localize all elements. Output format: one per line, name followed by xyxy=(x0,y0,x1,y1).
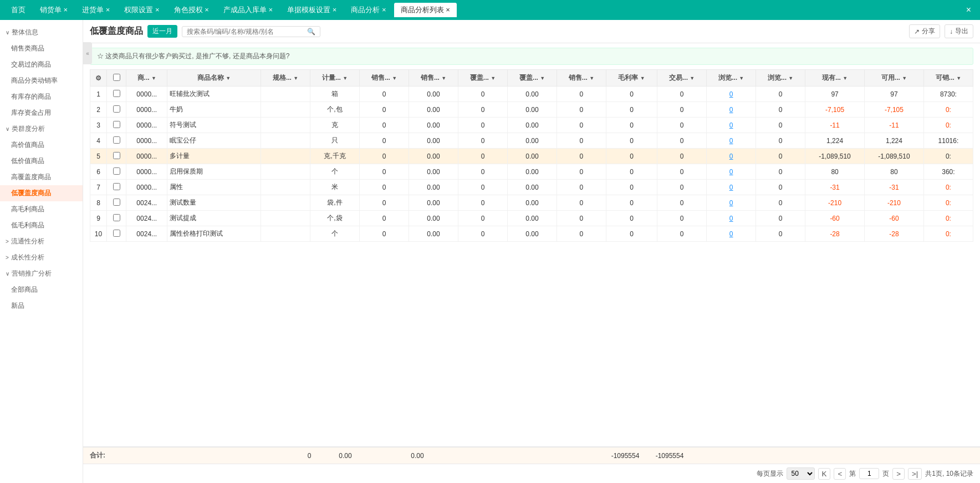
nav-sales-order[interactable]: 销货单 × xyxy=(33,3,74,17)
th-settings[interactable]: ⚙ xyxy=(90,70,107,87)
cell-checkbox[interactable] xyxy=(107,102,126,118)
row-checkbox[interactable] xyxy=(113,167,120,175)
cell-available-stock: 1,224 xyxy=(865,133,924,149)
cell-browse2: 0 xyxy=(756,118,805,133)
cell-browse1[interactable]: 0 xyxy=(707,164,756,180)
sidebar-item-sales-products[interactable]: 销售类商品 xyxy=(0,40,83,57)
cell-sales3: 0 xyxy=(557,211,606,226)
cell-checkbox[interactable] xyxy=(107,226,126,242)
sidebar-item-all-products[interactable]: 全部商品 xyxy=(0,282,83,298)
sidebar-section-overall-label: 整体信息 xyxy=(12,28,38,37)
cell-browse1[interactable]: 0 xyxy=(707,226,756,242)
cell-checkbox[interactable] xyxy=(107,133,126,149)
cell-browse1[interactable]: 0 xyxy=(707,133,756,149)
nav-product-analysis[interactable]: 商品分析 × xyxy=(344,3,392,17)
sidebar-item-high-value[interactable]: 高价值商品 xyxy=(0,137,83,153)
cell-checkbox[interactable] xyxy=(107,211,126,226)
nav-product-analysis-list[interactable]: 商品分析列表 × xyxy=(394,3,457,17)
row-checkbox[interactable] xyxy=(113,121,120,128)
th-name[interactable]: 商品名称 ▼ xyxy=(167,70,261,87)
th-transaction[interactable]: 交易... ▼ xyxy=(657,70,707,87)
table-container: ⚙ 商... ▼ 商品名称 ▼ 规格... ▼ 计量... ▼ 销售... ▼ … xyxy=(83,69,980,446)
sidebar-section-liquidity[interactable]: > 流通性分析 xyxy=(0,233,83,250)
sidebar-section-marketing[interactable]: ∨ 营销推广分析 xyxy=(0,266,83,282)
cell-sales3: 0 xyxy=(557,226,606,242)
cell-checkbox[interactable] xyxy=(107,87,126,102)
select-all-checkbox[interactable] xyxy=(113,74,120,81)
cell-browse1[interactable]: 0 xyxy=(707,102,756,118)
first-page-button[interactable]: K xyxy=(818,468,831,480)
prev-page-button[interactable]: < xyxy=(834,468,846,480)
cell-checkbox[interactable] xyxy=(107,180,126,195)
sidebar-item-low-margin[interactable]: 低毛利商品 xyxy=(0,217,83,233)
th-sales3[interactable]: 销售... ▼ xyxy=(557,70,606,87)
close-button[interactable]: × xyxy=(962,5,976,15)
row-checkbox[interactable] xyxy=(113,105,120,113)
next-page-button[interactable]: > xyxy=(892,468,905,480)
sidebar-item-inventory-capital[interactable]: 库存资金占用 xyxy=(0,105,83,121)
th-gross-margin[interactable]: 毛利率 ▼ xyxy=(606,70,657,87)
th-sales-qty[interactable]: 销售... ▼ xyxy=(360,70,409,87)
cell-code: 0000... xyxy=(126,118,167,133)
th-checkbox[interactable] xyxy=(107,70,126,87)
cell-browse1[interactable]: 0 xyxy=(707,87,756,102)
cell-browse1[interactable]: 0 xyxy=(707,149,756,164)
th-coverage1[interactable]: 覆盖... ▼ xyxy=(458,70,508,87)
th-code[interactable]: 商... ▼ xyxy=(126,70,167,87)
row-checkbox[interactable] xyxy=(113,183,120,190)
th-browse1[interactable]: 浏览... ▼ xyxy=(707,70,756,87)
cell-checkbox[interactable] xyxy=(107,164,126,180)
sidebar-item-low-value[interactable]: 低价值商品 xyxy=(0,153,83,169)
cell-browse1[interactable]: 0 xyxy=(707,180,756,195)
sidebar-item-low-coverage[interactable]: 低覆盖度商品 xyxy=(0,185,83,201)
sidebar-item-traded-products[interactable]: 交易过的商品 xyxy=(0,57,83,73)
cell-name: 多计量 xyxy=(167,149,261,164)
nav-purchase-order[interactable]: 进货单 × xyxy=(75,3,116,17)
th-unit[interactable]: 计量... ▼ xyxy=(310,70,360,87)
cell-coverage1: 0 xyxy=(458,87,508,102)
th-spec[interactable]: 规格... ▼ xyxy=(261,70,310,87)
nav-permission[interactable]: 权限设置 × xyxy=(118,3,166,17)
row-checkbox[interactable] xyxy=(113,199,120,206)
th-browse2[interactable]: 浏览... ▼ xyxy=(756,70,805,87)
last-page-button[interactable]: >| xyxy=(908,468,922,480)
nav-product-warehouse[interactable]: 产成品入库单 × xyxy=(217,3,279,17)
th-available-stock[interactable]: 可用... ▼ xyxy=(865,70,924,87)
cell-checkbox[interactable] xyxy=(107,195,126,211)
nav-role-auth[interactable]: 角色授权 × xyxy=(167,3,216,17)
cell-code: 0024... xyxy=(126,211,167,226)
row-checkbox[interactable] xyxy=(113,230,120,237)
th-sales-amount[interactable]: 销售... ▼ xyxy=(409,70,458,87)
nav-template-settings[interactable]: 单据模板设置 × xyxy=(280,3,343,17)
share-button[interactable]: ↗ 分享 xyxy=(909,24,940,38)
sidebar-item-high-coverage[interactable]: 高覆盖度商品 xyxy=(0,169,83,185)
sidebar-item-high-margin[interactable]: 高毛利商品 xyxy=(0,201,83,217)
cell-sales3: 0 xyxy=(557,149,606,164)
row-checkbox[interactable] xyxy=(113,152,120,159)
cell-checkbox[interactable] xyxy=(107,149,126,164)
sidebar-item-category-sales-rate[interactable]: 商品分类动销率 xyxy=(0,73,83,89)
export-button[interactable]: ↓ 导出 xyxy=(945,24,973,38)
row-checkbox[interactable] xyxy=(113,90,120,97)
cell-checkbox[interactable] xyxy=(107,118,126,133)
th-sellable[interactable]: 可销... ▼ xyxy=(923,70,973,87)
sidebar-item-new-products[interactable]: 新品 xyxy=(0,298,83,314)
sidebar-collapse-button[interactable]: « xyxy=(83,42,92,64)
th-coverage2[interactable]: 覆盖... ▼ xyxy=(507,70,557,87)
date-filter-recent-month[interactable]: 近一月 xyxy=(147,25,177,38)
sidebar-item-stocked-products[interactable]: 有库存的商品 xyxy=(0,89,83,105)
page-number-input[interactable] xyxy=(859,468,879,479)
per-page-select[interactable]: 50 20 100 200 xyxy=(787,467,815,480)
cell-browse1[interactable]: 0 xyxy=(707,211,756,226)
th-current-stock[interactable]: 现有... ▼ xyxy=(805,70,865,87)
sidebar-section-cluster[interactable]: ∨ 类群度分析 xyxy=(0,121,83,137)
cell-browse1[interactable]: 0 xyxy=(707,118,756,133)
row-checkbox[interactable] xyxy=(113,214,120,221)
search-icon[interactable]: 🔍 xyxy=(307,28,315,35)
sidebar-section-overall[interactable]: ∨ 整体信息 xyxy=(0,24,83,40)
row-checkbox[interactable] xyxy=(113,136,120,144)
search-input[interactable] xyxy=(187,28,305,35)
cell-browse1[interactable]: 0 xyxy=(707,195,756,211)
nav-home[interactable]: 首页 xyxy=(4,3,32,17)
sidebar-section-growth[interactable]: > 成长性分析 xyxy=(0,250,83,266)
